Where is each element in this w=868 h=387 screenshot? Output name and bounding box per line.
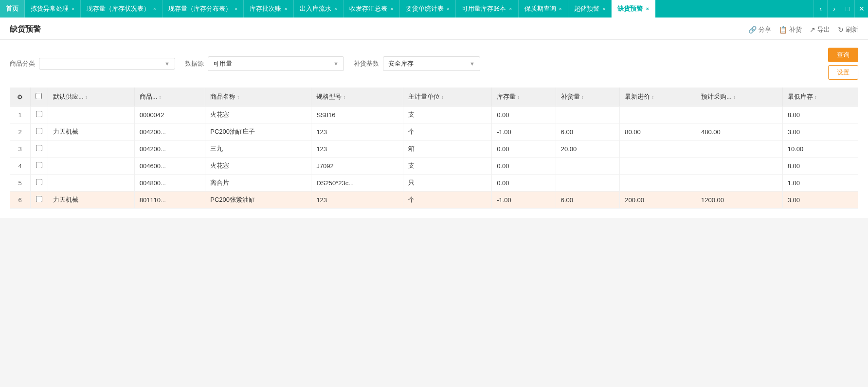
nav-tab-6[interactable]: 收发存汇总表×	[344, 0, 399, 18]
nav-tab-5[interactable]: 出入库流水×	[294, 0, 344, 18]
export-button[interactable]: ↗ 导出	[810, 25, 830, 34]
nav-tab-1[interactable]: 拣货异常处理×	[25, 0, 81, 18]
row-checkbox-3[interactable]	[36, 145, 42, 151]
row-stock-6: -1.00	[492, 192, 556, 209]
th-min-stock[interactable]: 最低库存 ↕	[782, 88, 858, 106]
row-checkbox-6[interactable]	[36, 196, 42, 202]
th-code-sort: ↕	[159, 94, 162, 100]
nav-next-btn[interactable]: ›	[827, 0, 841, 18]
datasource-label: 数据源	[185, 59, 204, 68]
replenish-dropdown-arrow: ▼	[470, 61, 475, 67]
table-container: ⚙ 默认供应... ↕ 商品... ↕	[0, 88, 868, 218]
row-checkbox-5[interactable]	[36, 179, 42, 185]
nav-tab-3[interactable]: 现存量（库存分布表）×	[163, 0, 244, 18]
tab-close-btn-10[interactable]: ×	[602, 6, 605, 12]
th-latest-price-sort: ↕	[651, 94, 654, 100]
replenish-button[interactable]: 📋 补货	[779, 25, 802, 34]
row-checkbox-cell-4	[31, 158, 48, 175]
category-select[interactable]: ▼	[39, 58, 175, 70]
tab-close-btn-3[interactable]: ×	[235, 6, 237, 12]
row-supplier-3	[48, 141, 135, 158]
row-estimated-5	[696, 175, 782, 192]
share-button[interactable]: 🔗 分享	[748, 25, 771, 34]
query-button[interactable]: 查询	[828, 48, 858, 62]
tab-close-btn-9[interactable]: ×	[559, 6, 562, 12]
th-stock[interactable]: 库存量 ↕	[492, 88, 556, 106]
row-supplier-1	[48, 106, 135, 123]
row-code-6: 801110...	[134, 192, 205, 209]
settings-button[interactable]: 设置	[828, 65, 858, 80]
tab-close-btn-5[interactable]: ×	[334, 6, 337, 12]
row-spec-2: 123	[311, 123, 403, 141]
row-supplier-4	[48, 158, 135, 175]
nav-tab-0[interactable]: 首页	[0, 0, 25, 18]
refresh-button[interactable]: ↻ 刷新	[838, 25, 858, 34]
row-unit-1: 支	[403, 106, 492, 123]
table-settings-gear[interactable]: ⚙	[15, 91, 25, 102]
row-name-1: 火花塞	[205, 106, 311, 123]
select-all-checkbox[interactable]	[36, 93, 42, 99]
share-icon: 🔗	[748, 26, 757, 34]
row-num-6: 6	[10, 192, 31, 209]
th-estimated-label: 预计采购...	[701, 92, 732, 101]
export-icon: ↗	[810, 26, 815, 34]
nav-tab-11[interactable]: 缺货预警×	[612, 0, 655, 18]
nav-tab-8[interactable]: 可用量库存账本×	[456, 0, 518, 18]
th-latest-price-label: 最新进价	[625, 92, 650, 101]
nav-restore-btn[interactable]: □	[841, 0, 854, 18]
row-checkbox-4[interactable]	[36, 162, 42, 168]
th-latest-price[interactable]: 最新进价 ↕	[620, 88, 696, 106]
row-min-stock-5: 1.00	[782, 175, 858, 192]
tab-close-btn-1[interactable]: ×	[72, 6, 74, 12]
row-min-stock-4: 8.00	[782, 158, 858, 175]
tab-close-btn-2[interactable]: ×	[153, 6, 156, 12]
row-min-stock-2: 3.00	[782, 123, 858, 141]
category-label: 商品分类	[10, 59, 35, 68]
th-supplier[interactable]: 默认供应... ↕	[48, 88, 135, 106]
row-replenish-4	[556, 158, 620, 175]
row-replenish-3: 20.00	[556, 141, 620, 158]
datasource-select[interactable]: 可用量 ▼	[208, 56, 344, 71]
table-row: 3 004200... 三九 123 箱 0.00 20.00 10.00	[10, 141, 858, 158]
data-table: ⚙ 默认供应... ↕ 商品... ↕	[10, 88, 858, 209]
row-estimated-6: 1200.00	[696, 192, 782, 209]
row-checkbox-1[interactable]	[36, 111, 42, 117]
tab-close-btn-11[interactable]: ×	[646, 6, 649, 12]
row-estimated-3	[696, 141, 782, 158]
row-checkbox-cell-1	[31, 106, 48, 123]
header-actions: 🔗 分享 📋 补货 ↗ 导出 ↻ 刷新	[748, 25, 858, 34]
row-supplier-5	[48, 175, 135, 192]
tab-close-btn-7[interactable]: ×	[447, 6, 450, 12]
filter-action-buttons: 查询 设置	[828, 48, 858, 80]
nav-tab-7[interactable]: 要货单统计表×	[400, 0, 456, 18]
category-dropdown-arrow: ▼	[164, 61, 170, 67]
row-estimated-1	[696, 106, 782, 123]
nav-close-btn[interactable]: ✕	[854, 0, 868, 18]
th-name[interactable]: 商品名称 ↕	[205, 88, 311, 106]
th-code[interactable]: 商品... ↕	[134, 88, 205, 106]
row-code-1: 0000042	[134, 106, 205, 123]
row-min-stock-1: 8.00	[782, 106, 858, 123]
nav-tab-10[interactable]: 超储预警×	[568, 0, 612, 18]
nav-prev-btn[interactable]: ‹	[814, 0, 827, 18]
row-estimated-4	[696, 158, 782, 175]
row-replenish-2: 6.00	[556, 123, 620, 141]
tab-close-btn-4[interactable]: ×	[284, 6, 287, 12]
th-replenish[interactable]: 补货量 ↕	[556, 88, 620, 106]
th-spec[interactable]: 规格型号 ↕	[311, 88, 403, 106]
replenish-select[interactable]: 安全库存 ▼	[383, 56, 480, 71]
nav-tab-4[interactable]: 库存批次账×	[244, 0, 293, 18]
th-unit[interactable]: 主计量单位 ↕	[403, 88, 492, 106]
th-spec-label: 规格型号	[316, 92, 342, 101]
page-title: 缺货预警	[10, 24, 41, 35]
row-num-1: 1	[10, 106, 31, 123]
row-name-3: 三九	[205, 141, 311, 158]
nav-tab-2[interactable]: 现存量（库存状况表）×	[81, 0, 162, 18]
tab-close-btn-6[interactable]: ×	[390, 6, 393, 12]
th-estimated[interactable]: 预计采购... ↕	[696, 88, 782, 106]
page-container: 缺货预警 🔗 分享 📋 补货 ↗ 导出 ↻ 刷新 商品分类	[0, 18, 868, 218]
row-checkbox-cell-3	[31, 141, 48, 158]
row-checkbox-2[interactable]	[36, 128, 42, 134]
nav-tab-9[interactable]: 保质期查询×	[519, 0, 568, 18]
tab-close-btn-8[interactable]: ×	[509, 6, 512, 12]
